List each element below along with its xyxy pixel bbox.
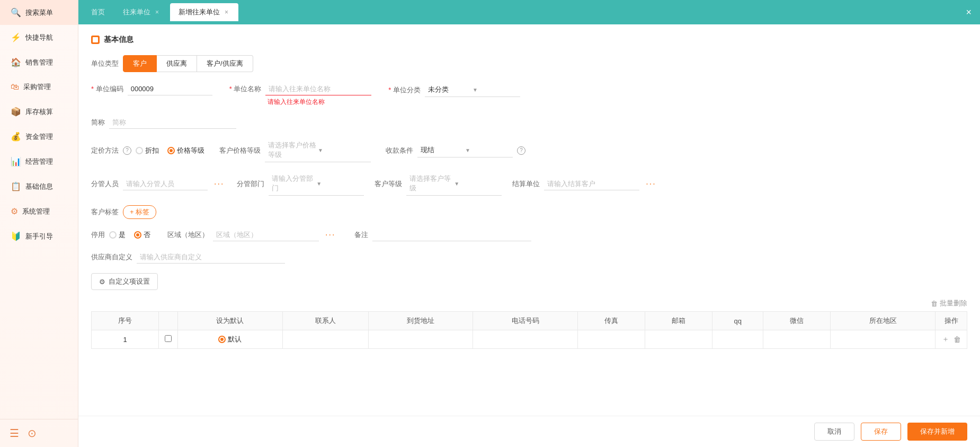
supplier-custom-label: 供应商自定义 [91, 252, 132, 262]
unit-category-group: 单位分类 未分类 ▼ [388, 83, 520, 97]
supplier-custom-row: 供应商自定义 [91, 251, 967, 264]
save-new-button[interactable]: 保存并新增 [907, 423, 967, 441]
svg-rect-0 [93, 37, 98, 42]
row-add-icon[interactable]: ＋ [942, 335, 949, 344]
pricing-level-label: 价格等级 [177, 146, 204, 155]
category-arrow-icon: ▼ [473, 87, 517, 93]
payment-terms-group: 收款条件 现结 ▼ ? [386, 143, 525, 157]
dept-placeholder: 请输入分管部门 [272, 174, 316, 193]
unit-code-label: 单位编码 [91, 84, 123, 94]
save-button[interactable]: 保存 [861, 423, 901, 441]
sidebar-item-label: 资金管理 [25, 132, 53, 142]
table-row: 1 默认 [92, 330, 967, 349]
sidebar-item-operations[interactable]: 📊 经营管理 [0, 149, 78, 174]
sales-icon: 🏠 [11, 57, 21, 67]
th-contact: 联系人 [282, 312, 368, 330]
dept-select[interactable]: 请输入分管部门 ▼ [269, 172, 364, 196]
customer-price-level-label: 客户价格等级 [219, 146, 261, 155]
unit-type-row: 单位类型 客户 供应离 客户/供应离 [91, 55, 967, 72]
operations-icon: 📊 [11, 156, 21, 166]
short-name-label: 简称 [91, 118, 105, 127]
manager-input[interactable] [123, 178, 208, 190]
remark-label: 备注 [354, 230, 368, 240]
tab-partners-close[interactable]: × [154, 8, 161, 16]
pricing-discount-radio[interactable]: 折扣 [136, 146, 159, 155]
customer-price-level-placeholder: 请选择客户价格等级 [268, 141, 318, 160]
customer-price-level-select[interactable]: 请选择客户价格等级 ▼ [265, 138, 371, 162]
tab-partners[interactable]: 往来单位 × [114, 3, 169, 21]
disabled-label: 停用 [91, 230, 105, 240]
pricing-discount-circle [136, 147, 143, 154]
manager-dots-btn[interactable]: ··· [212, 178, 226, 190]
pricing-help-icon[interactable]: ? [123, 146, 131, 155]
sidebar-item-inventory[interactable]: 📦 库存核算 [0, 99, 78, 124]
pricing-level-radio[interactable]: 价格等级 [167, 146, 204, 155]
remark-input[interactable] [372, 229, 531, 241]
payment-help-icon[interactable]: ? [517, 146, 525, 155]
short-name-row: 简称 [91, 116, 967, 129]
add-tag-btn[interactable]: + 标签 [123, 205, 156, 219]
row-action-cell: ＋ 🗑 [936, 330, 967, 349]
th-address: 到货地址 [368, 312, 473, 330]
payment-terms-label: 收款条件 [386, 146, 413, 155]
supplier-custom-group: 供应商自定义 [91, 251, 285, 264]
unit-code-input[interactable] [128, 83, 212, 95]
settlement-dots-btn[interactable]: ··· [644, 178, 658, 190]
sidebar-item-newbie[interactable]: 🔰 新手引导 [0, 224, 78, 249]
custom-settings-btn[interactable]: ⚙ 自定义项设置 [91, 273, 158, 290]
row-default-radio[interactable]: 默认 [218, 335, 242, 344]
disabled-region-row: 停用 是 否 区域（地区） ··· 备注 [91, 229, 967, 241]
row-phone [473, 330, 578, 349]
disabled-no-radio[interactable]: 否 [134, 230, 150, 240]
row-checkbox[interactable] [165, 335, 172, 342]
finance-icon: 💰 [11, 132, 21, 142]
purchase-icon: 🛍 [11, 82, 19, 92]
customer-level-select[interactable]: 请选择客户等级 ▼ [406, 172, 502, 196]
section-title: 基本信息 [104, 35, 133, 45]
tab-bar-close-all[interactable]: × [961, 5, 976, 20]
section-icon [91, 36, 100, 44]
disabled-yes-label: 是 [119, 230, 126, 240]
footer-bar: 取消 保存 保存并新增 [78, 416, 980, 447]
customer-tag-label: 客户标签 [91, 207, 119, 217]
customer-level-label: 客户等级 [375, 179, 402, 189]
supplier-custom-input[interactable] [137, 251, 285, 264]
type-btn-both[interactable]: 客户/供应离 [197, 55, 253, 72]
sidebar-home-btn[interactable]: ⊙ [23, 425, 41, 442]
batch-delete-label[interactable]: 批量删除 [940, 299, 967, 308]
customer-level-arrow-icon: ▼ [454, 181, 498, 187]
sidebar-item-purchase[interactable]: 🛍 采购管理 [0, 75, 78, 99]
settings-btn-label: 自定义项设置 [109, 277, 150, 286]
sidebar-item-label: 搜索菜单 [25, 8, 53, 17]
unit-category-value: 未分类 [428, 85, 473, 94]
tab-home[interactable]: 首页 [83, 3, 113, 21]
region-input[interactable] [213, 229, 319, 241]
unit-category-select[interactable]: 未分类 ▼ [425, 83, 520, 97]
disabled-yes-radio[interactable]: 是 [109, 230, 126, 240]
settlement-label: 结算单位 [512, 179, 540, 189]
sidebar-item-system[interactable]: ⚙ 系统管理 [0, 199, 78, 224]
row-delete-icon[interactable]: 🗑 [954, 335, 961, 344]
sidebar-collapse-btn[interactable]: ☰ [5, 425, 23, 442]
tab-add-partner-label: 新增往来单位 [179, 7, 220, 17]
content-area: 基本信息 单位类型 客户 供应离 客户/供应离 单位编码 单位名称 [78, 24, 980, 416]
sidebar-item-finance[interactable]: 💰 资金管理 [0, 124, 78, 149]
batch-delete-icon: 🗑 [931, 300, 938, 308]
payment-terms-select[interactable]: 现结 ▼ [417, 143, 513, 157]
tab-add-partner[interactable]: 新增往来单位 × [170, 3, 238, 21]
cancel-button[interactable]: 取消 [814, 423, 854, 441]
type-btn-customer[interactable]: 客户 [123, 55, 157, 72]
sidebar-item-basicinfo[interactable]: 📋 基础信息 [0, 174, 78, 199]
settlement-input[interactable] [544, 178, 639, 190]
type-btn-supplier[interactable]: 供应离 [157, 55, 197, 72]
sidebar-item-search[interactable]: 🔍 搜索菜单 [0, 0, 78, 25]
sidebar-item-sales[interactable]: 🏠 销售管理 [0, 50, 78, 75]
short-name-input[interactable] [109, 116, 236, 129]
sidebar-item-quicknav[interactable]: ⚡ 快捷导航 [0, 25, 78, 50]
unit-name-input[interactable] [265, 83, 371, 95]
tab-add-partner-close[interactable]: × [223, 8, 230, 16]
region-group: 区域（地区） ··· [167, 229, 337, 241]
th-qq: qq [712, 312, 763, 330]
disabled-group: 停用 是 否 [91, 230, 150, 240]
region-dots-btn[interactable]: ··· [323, 229, 337, 241]
